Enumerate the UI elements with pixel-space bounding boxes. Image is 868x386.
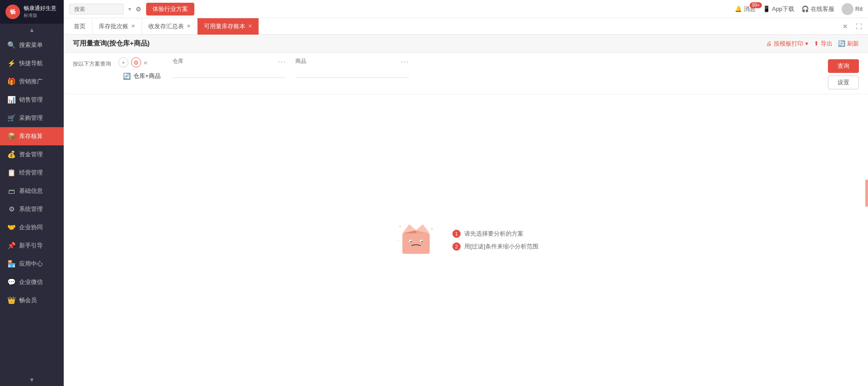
page-content: 可用量查询(按仓库+商品) 🖨 按模板打印 ▾ ⬆ 导出 🔄 刷新 按以下方 xyxy=(64,35,868,386)
filter-fields: 仓库 ··· 商品 ··· xyxy=(173,57,821,78)
settings-icon[interactable]: ⚙ xyxy=(136,5,142,13)
export-button[interactable]: ⬆ 导出 xyxy=(814,40,832,48)
tip-num-2: 2 xyxy=(452,242,461,251)
warehouse-more-icon[interactable]: ··· xyxy=(278,58,286,65)
industry-solution-button[interactable]: 体验行业方案 xyxy=(146,3,194,15)
sidebar-item-sales[interactable]: 📊 销售管理 xyxy=(0,91,64,109)
goods-input[interactable] xyxy=(295,67,409,78)
sidebar-item-search[interactable]: 🔍 搜索菜单 xyxy=(0,36,64,54)
sidebar-item-finance[interactable]: 💰 资金管理 xyxy=(0,145,64,164)
sidebar-item-member[interactable]: 👑 畅会员 xyxy=(0,291,64,309)
avatar xyxy=(842,3,853,15)
close-window-button[interactable]: ✕ xyxy=(840,21,851,32)
inventory-icon: 📦 xyxy=(7,132,15,140)
app-download-button[interactable]: 📱 App下载 xyxy=(763,5,794,13)
empty-tip-1: 1 请先选择要分析的方案 xyxy=(452,230,538,238)
empty-state: 1 请先选择要分析的方案 2 用[过滤]条件来缩小分析范围 xyxy=(64,94,868,386)
empty-tip-2: 2 用[过滤]条件来缩小分析范围 xyxy=(452,242,538,251)
sidebar-title: 畅康通好生意 xyxy=(24,5,56,12)
refresh-icon: 🔄 xyxy=(838,40,845,47)
sidebar-scroll-down[interactable]: ▼ xyxy=(0,374,64,386)
refresh-button[interactable]: 🔄 刷新 xyxy=(838,40,859,48)
bell-icon: 🔔 xyxy=(735,5,742,12)
empty-tips: 1 请先选择要分析的方案 2 用[过滤]条件来缩小分析范围 xyxy=(452,230,538,251)
filter-settings-button[interactable]: 设置 xyxy=(828,76,859,89)
filter-field-warehouse: 仓库 ··· xyxy=(173,57,286,78)
query-actions: 查询 设置 xyxy=(828,57,859,89)
query-button[interactable]: 查询 xyxy=(828,59,859,73)
apps-icon: 🏪 xyxy=(7,260,15,268)
marketing-icon: 🎁 xyxy=(7,77,15,86)
sidebar-item-apps[interactable]: 🏪 应用中心 xyxy=(0,255,64,273)
tab-close-batch[interactable]: ✕ xyxy=(131,23,135,29)
topbar: ▾ ⚙ 体验行业方案 🔔 消息 99+ 📱 App下载 🎧 在线客服 Rit xyxy=(64,0,868,18)
tip-num-1: 1 xyxy=(452,230,461,238)
edit-scheme-button[interactable]: ⚙ xyxy=(131,57,141,67)
print-icon: 🖨 xyxy=(766,40,772,47)
notice-button[interactable]: 🔔 消息 99+ xyxy=(735,5,756,13)
tab-close-available[interactable]: ✕ xyxy=(248,23,252,29)
search-input[interactable] xyxy=(69,4,124,15)
dropdown-chevron-icon[interactable]: ▾ xyxy=(128,6,131,12)
svg-point-10 xyxy=(431,228,433,230)
sidebar-nav: 🔍 搜索菜单 ⚡ 快捷导航 🎁 营销推广 📊 销售管理 🛒 采购管理 📦 库存核… xyxy=(0,36,64,374)
tabs-bar: 首页 库存批次账 ✕ 收发存汇总表 ✕ 可用量库存账本 ✕ ✕ ⛶ xyxy=(64,18,868,35)
sidebar-logo: 畅 xyxy=(5,5,20,19)
right-scrollbar[interactable] xyxy=(865,180,868,207)
sidebar: 畅 畅康通好生意 标准版 ▲ 🔍 搜索菜单 ⚡ 快捷导航 🎁 营销推广 📊 销售… xyxy=(0,0,64,386)
collapse-button[interactable]: « xyxy=(144,59,147,66)
filter-label: 按以下方案查询 xyxy=(73,57,111,68)
sidebar-item-shortcut[interactable]: ⚡ 快捷导航 xyxy=(0,54,64,72)
window-controls: ✕ ⛶ xyxy=(840,21,864,32)
page-title: 可用量查询(按仓库+商品) xyxy=(73,39,150,48)
system-icon: ⚙ xyxy=(7,205,15,213)
page-header-actions: 🖨 按模板打印 ▾ ⬆ 导出 🔄 刷新 xyxy=(766,40,859,48)
sidebar-subtitle: 标准版 xyxy=(24,12,56,19)
goods-more-icon[interactable]: ··· xyxy=(401,58,409,65)
warehouse-input[interactable] xyxy=(173,67,286,78)
sidebar-item-enterprise[interactable]: 🤝 企业协同 xyxy=(0,218,64,237)
tab-batch[interactable]: 库存批次账 ✕ xyxy=(92,18,142,35)
warehouse-field-header: 仓库 ··· xyxy=(173,57,286,65)
headset-icon: 🎧 xyxy=(802,5,809,12)
scheme-actions: + ⚙ « xyxy=(118,57,165,67)
tab-summary[interactable]: 收发存汇总表 ✕ xyxy=(142,18,198,35)
tab-close-summary[interactable]: ✕ xyxy=(187,23,191,29)
search-icon: 🔍 xyxy=(7,41,15,49)
guide-icon: 📌 xyxy=(7,242,15,250)
print-button[interactable]: 🖨 按模板打印 ▾ xyxy=(766,40,808,48)
main-area: ▾ ⚙ 体验行业方案 🔔 消息 99+ 📱 App下载 🎧 在线客服 Rit xyxy=(64,0,868,386)
service-button[interactable]: 🎧 在线客服 xyxy=(802,5,834,13)
sidebar-item-operations[interactable]: 📋 经营管理 xyxy=(0,164,64,182)
tab-available[interactable]: 可用量库存账本 ✕ xyxy=(198,18,259,35)
svg-point-8 xyxy=(421,241,422,242)
sidebar-item-purchase[interactable]: 🛒 采购管理 xyxy=(0,109,64,127)
print-dropdown-icon: ▾ xyxy=(805,40,808,47)
add-scheme-button[interactable]: + xyxy=(118,57,128,67)
maximize-window-button[interactable]: ⛶ xyxy=(853,21,864,32)
sales-icon: 📊 xyxy=(7,96,15,104)
svg-point-7 xyxy=(410,241,411,242)
tab-home[interactable]: 首页 xyxy=(67,18,92,35)
scheme-icon: 🔄 xyxy=(123,72,131,80)
filter-field-goods: 商品 ··· xyxy=(295,57,409,78)
sidebar-header: 畅 畅康通好生意 标准版 xyxy=(0,0,64,24)
goods-label: 商品 xyxy=(295,57,306,65)
sidebar-item-inventory[interactable]: 📦 库存核算 xyxy=(0,127,64,145)
sidebar-item-weixin[interactable]: 💬 企业微信 xyxy=(0,273,64,291)
user-profile-button[interactable]: Rit xyxy=(842,3,863,15)
scheme-warehouse-goods[interactable]: 🔄 仓库+商品 xyxy=(118,70,165,82)
empty-illustration xyxy=(393,217,439,263)
shortcut-icon: ⚡ xyxy=(7,59,15,67)
sidebar-item-guide[interactable]: 📌 新手引导 xyxy=(0,237,64,255)
topbar-right: 🔔 消息 99+ 📱 App下载 🎧 在线客服 Rit xyxy=(735,3,863,15)
enterprise-icon: 🤝 xyxy=(7,223,15,232)
mobile-icon: 📱 xyxy=(763,5,770,12)
sidebar-item-system[interactable]: ⚙ 系统管理 xyxy=(0,200,64,218)
sidebar-item-basic[interactable]: 🗃 基础信息 xyxy=(0,182,64,200)
member-icon: 👑 xyxy=(7,296,15,304)
weixin-icon: 💬 xyxy=(7,278,15,286)
sidebar-item-marketing[interactable]: 🎁 营销推广 xyxy=(0,72,64,91)
filter-bar: 按以下方案查询 + ⚙ « 🔄 仓库+商品 仓库 ··· xyxy=(64,53,868,94)
sidebar-scroll-up[interactable]: ▲ xyxy=(0,24,64,36)
